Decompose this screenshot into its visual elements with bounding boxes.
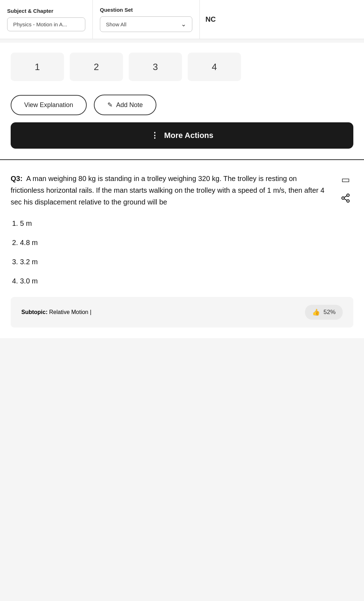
likes-percent: 52%: [323, 309, 336, 316]
more-actions-label: More Actions: [164, 131, 214, 140]
question-set-label: Question Set: [100, 7, 192, 13]
subject-chapter-label: Subject & Chapter: [7, 8, 85, 14]
bookmark-icon[interactable]: ▭: [341, 174, 350, 185]
question-icons: ▭: [338, 174, 353, 206]
options-list: 1. 5 m 2. 4.8 m 3. 3.2 m 4. 3.0 m: [11, 218, 353, 286]
subtopic-label: Subtopic:: [21, 309, 48, 315]
question-set-value: Show All: [106, 21, 127, 27]
number-button-2[interactable]: 2: [70, 53, 123, 81]
nc-label: NC: [205, 15, 216, 23]
view-explanation-button[interactable]: View Explanation: [11, 95, 87, 115]
option-4[interactable]: 4. 3.0 m: [12, 276, 353, 286]
number-row: 1 2 3 4: [0, 43, 364, 91]
header-bar: Subject & Chapter Physics - Motion in A.…: [0, 0, 364, 39]
number-button-4[interactable]: 4: [188, 53, 241, 81]
add-note-button[interactable]: ✎ Add Note: [94, 95, 156, 115]
question-text-wrap: Q3: A man weighing 80 kg is standing in …: [11, 173, 332, 208]
option-2-number: 2. 4.8 m: [12, 239, 38, 246]
option-4-number: 4. 3.0 m: [12, 277, 38, 285]
question-set-select[interactable]: Show All ⌄: [100, 16, 192, 32]
option-2[interactable]: 2. 4.8 m: [12, 237, 353, 248]
action-row: View Explanation ✎ Add Note: [0, 91, 364, 122]
option-1[interactable]: 1. 5 m: [12, 218, 353, 229]
likes-badge: 👍 52%: [305, 305, 343, 320]
edit-icon: ✎: [107, 101, 113, 109]
svg-line-4: [344, 196, 347, 198]
more-actions-button[interactable]: ⋮ More Actions: [11, 122, 353, 149]
question-header: Q3: A man weighing 80 kg is standing in …: [11, 173, 353, 208]
more-actions-row: ⋮ More Actions: [0, 122, 364, 159]
number-button-1[interactable]: 1: [11, 53, 64, 81]
thumbs-up-icon: 👍: [312, 308, 320, 316]
option-1-number: 1. 5 m: [12, 219, 32, 227]
question-label: Q3:: [11, 175, 22, 182]
question-text: A man weighing 80 kg is standing in a tr…: [11, 175, 325, 206]
subject-chapter-value[interactable]: Physics - Motion in A...: [7, 17, 85, 31]
question-set-cell: Question Set Show All ⌄: [93, 0, 200, 39]
option-3[interactable]: 3. 3.2 m: [12, 256, 353, 267]
chevron-down-icon: ⌄: [181, 20, 186, 28]
add-note-label: Add Note: [116, 101, 143, 109]
subtopic-bar: Subtopic: Relative Motion | 👍 52%: [11, 297, 353, 328]
nc-cell: NC: [200, 0, 228, 39]
subject-chapter-cell: Subject & Chapter Physics - Motion in A.…: [0, 0, 93, 39]
share-icon[interactable]: [341, 193, 350, 206]
subtopic-value: Relative Motion |: [49, 309, 91, 315]
subtopic-text: Subtopic: Relative Motion |: [21, 309, 91, 315]
number-button-3[interactable]: 3: [129, 53, 182, 81]
question-section: Q3: A man weighing 80 kg is standing in …: [0, 160, 364, 338]
svg-line-3: [344, 199, 347, 201]
option-3-number: 3. 3.2 m: [12, 258, 38, 266]
more-actions-icon: ⋮: [151, 131, 159, 140]
view-explanation-label: View Explanation: [24, 101, 73, 109]
